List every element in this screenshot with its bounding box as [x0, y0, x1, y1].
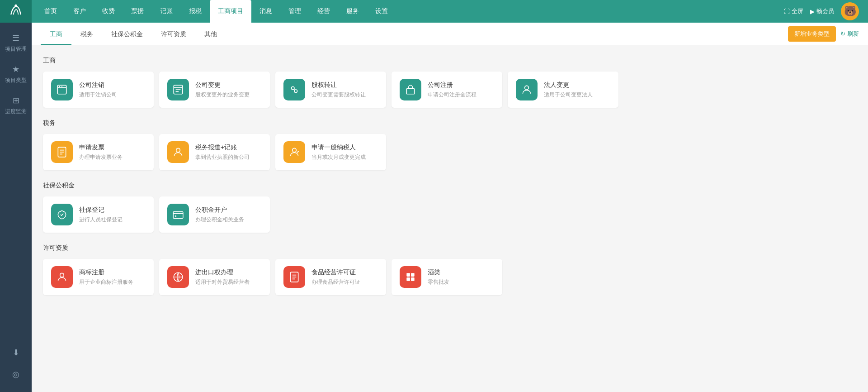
card-legal-person-change[interactable]: 法人变更 适用于公司变更法人: [508, 72, 618, 108]
nav-accounting[interactable]: 记账: [152, 0, 181, 23]
card-text-general-taxpayer: 申请一般纳税人 当月或次月成变更完成: [311, 143, 378, 161]
license-cards: 商标注册 用于企业商标注册服务 进出口权办理 适用于对外贸易经营者: [43, 259, 857, 295]
scroll-content[interactable]: 工商 公司注销 适用于注销公司 公司变更: [32, 45, 868, 392]
project-type-icon: ★: [10, 64, 21, 75]
card-desc-general-taxpayer: 当月或次月成变更完成: [311, 153, 378, 161]
card-title-import-export: 进出口权办理: [195, 268, 262, 277]
card-desc-company-register: 申请公司注册全流程: [428, 91, 494, 99]
card-title-company-change: 公司变更: [195, 81, 262, 89]
svg-rect-20: [411, 277, 415, 281]
project-mgmt-icon: ☰: [10, 33, 21, 43]
card-desc-invoice: 办理申请发票业务: [79, 153, 146, 161]
card-tax-report[interactable]: 税务报道+记账 拿到营业执照的新公司: [159, 134, 270, 170]
member-button[interactable]: ▶ 畅会员: [810, 7, 834, 15]
tax-cards: 申请发票 办理申请发票业务 税务报道+记账 拿到营业执照的新公司: [43, 134, 857, 170]
refresh-icon: ↻: [840, 30, 845, 37]
card-trademark[interactable]: 商标注册 用于企业商标注册服务: [43, 259, 154, 295]
card-text-legal-person: 法人变更 适用于公司变更法人: [544, 81, 610, 99]
card-icon-import-export: [167, 266, 189, 288]
nav-message[interactable]: 消息: [251, 0, 280, 23]
tab-other[interactable]: 其他: [195, 25, 226, 45]
svg-rect-19: [406, 277, 410, 281]
fullscreen-icon: ⛶: [784, 8, 790, 15]
card-desc-liquor: 零售批发: [428, 278, 494, 286]
nav-operation[interactable]: 经营: [309, 0, 338, 23]
card-title-general-taxpayer: 申请一般纳税人: [311, 143, 378, 152]
tab-license[interactable]: 许可资质: [152, 25, 195, 45]
sidebar-help[interactable]: ◎: [10, 363, 21, 385]
nav-home[interactable]: 首页: [36, 0, 65, 23]
card-food-license[interactable]: 食品经营许可证 办理食品经营许可证: [275, 259, 386, 295]
tab-tax[interactable]: 税务: [71, 25, 102, 45]
card-title-tax-report: 税务报道+记账: [195, 143, 262, 152]
card-desc-legal-person: 适用于公司变更法人: [544, 91, 610, 99]
card-social-insurance[interactable]: 社保登记 进行人员社保登记: [43, 196, 154, 233]
logo: [0, 0, 32, 23]
card-text-social-insurance: 社保登记 进行人员社保登记: [79, 206, 146, 224]
nav-items: 首页 客户 收费 票据 记账 报税 工商项目 消息 管理 经营 服务 设置: [32, 0, 784, 23]
sidebar-item-project-mgmt[interactable]: ☰ 项目管理: [0, 27, 32, 58]
card-title-company-register: 公司注册: [428, 81, 494, 89]
card-company-change[interactable]: 公司变更 股权变更外的业务变更: [159, 72, 270, 108]
card-text-equity: 股权转让 公司变更需要股权转让: [311, 81, 378, 99]
help-icon: ◎: [10, 369, 21, 380]
nav-tax[interactable]: 报税: [181, 0, 210, 23]
card-icon-company-register: [400, 79, 421, 100]
content-area: 工商 税务 社保公积金 许可资质 其他 新增业务类型 ↻ 刷新 工商: [32, 23, 868, 392]
progress-icon: ⊞: [10, 95, 21, 106]
avatar[interactable]: 🐻: [841, 2, 859, 20]
nav-service[interactable]: 服务: [338, 0, 367, 23]
svg-rect-18: [411, 273, 415, 277]
nav-settings[interactable]: 设置: [367, 0, 396, 23]
nav-industry[interactable]: 工商项目: [210, 0, 251, 23]
nav-fee[interactable]: 收费: [94, 0, 123, 23]
nav-customer[interactable]: 客户: [65, 0, 94, 23]
add-business-type-button[interactable]: 新增业务类型: [788, 26, 836, 42]
svg-rect-7: [406, 89, 414, 94]
social-cards: 社保登记 进行人员社保登记 公积金开户 办理公积金相关业务: [43, 196, 857, 233]
card-title-legal-person: 法人变更: [544, 81, 610, 89]
card-desc-food-license: 办理食品经营许可证: [311, 278, 378, 286]
section-label-tax: 税务: [43, 119, 857, 127]
card-icon-liquor: [400, 266, 421, 288]
card-general-taxpayer[interactable]: 申请一般纳税人 当月或次月成变更完成: [275, 134, 386, 170]
card-import-export[interactable]: 进出口权办理 适用于对外贸易经营者: [159, 259, 270, 295]
fullscreen-label: 全屏: [792, 7, 803, 15]
tab-industry[interactable]: 工商: [41, 25, 71, 45]
card-text-trademark: 商标注册 用于企业商标注册服务: [79, 268, 146, 286]
svg-point-10: [176, 148, 180, 152]
card-liquor[interactable]: 酒类 零售批发: [392, 259, 502, 295]
card-text-food-license: 食品经营许可证 办理食品经营许可证: [311, 268, 378, 286]
svg-point-2: [59, 86, 60, 87]
card-icon-general-taxpayer: [283, 141, 305, 163]
fullscreen-button[interactable]: ⛶ 全屏: [784, 7, 803, 15]
card-text-invoice: 申请发票 办理申请发票业务: [79, 143, 146, 161]
tab-social-insurance[interactable]: 社保公积金: [102, 25, 152, 45]
card-icon-company-change: [167, 79, 189, 100]
sidebar-item-progress[interactable]: ⊞ 进度监测: [0, 90, 32, 121]
sidebar-download[interactable]: ⬇: [10, 342, 21, 363]
card-equity-transfer[interactable]: 股权转让 公司变更需要股权转让: [275, 72, 386, 108]
card-icon-tax-report: [167, 141, 189, 163]
refresh-button[interactable]: ↻ 刷新: [840, 30, 859, 38]
card-title-food-license: 食品经营许可证: [311, 268, 378, 277]
nav-manage[interactable]: 管理: [280, 0, 309, 23]
section-label-industry: 工商: [43, 57, 857, 65]
card-company-register[interactable]: 公司注册 申请公司注册全流程: [392, 72, 502, 108]
member-label: 畅会员: [816, 7, 834, 15]
card-icon-food-license: [283, 266, 305, 288]
nav-bill[interactable]: 票据: [123, 0, 152, 23]
card-invoice[interactable]: 申请发票 办理申请发票业务: [43, 134, 154, 170]
card-company-cancel[interactable]: 公司注销 适用于注销公司: [43, 72, 154, 108]
card-provident-fund[interactable]: 公积金开户 办理公积金相关业务: [159, 196, 270, 233]
card-desc-company-change: 股权变更外的业务变更: [195, 91, 262, 99]
sidebar-item-project-type[interactable]: ★ 项目类型: [0, 58, 32, 90]
card-text-import-export: 进出口权办理 适用于对外贸易经营者: [195, 268, 262, 286]
card-title-equity: 股权转让: [311, 81, 378, 89]
card-text-liquor: 酒类 零售批发: [428, 268, 494, 286]
card-text-tax-report: 税务报道+记账 拿到营业执照的新公司: [195, 143, 262, 161]
section-label-license: 许可资质: [43, 244, 857, 252]
card-icon-equity: [283, 79, 305, 100]
svg-rect-12: [173, 212, 183, 219]
top-nav-right: ⛶ 全屏 ▶ 畅会员 🐻: [784, 2, 868, 20]
